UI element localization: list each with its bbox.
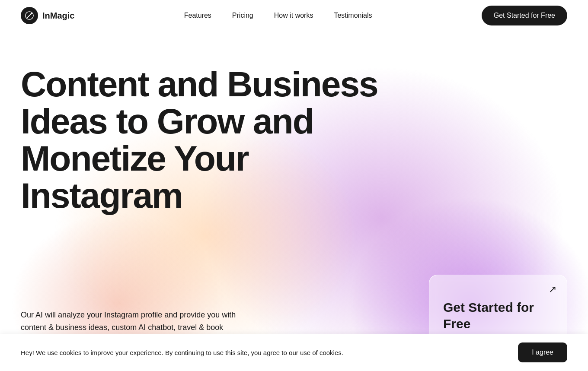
cookie-banner: Hey! We use cookies to improve your expe… bbox=[0, 334, 588, 371]
cookie-text: Hey! We use cookies to improve your expe… bbox=[21, 349, 518, 356]
nav-links: Features Pricing How it works Testimonia… bbox=[184, 12, 372, 19]
nav-link-features[interactable]: Features bbox=[184, 12, 211, 19]
cta-card-text: Get Started for Free bbox=[443, 299, 551, 332]
nav-link-how-it-works[interactable]: How it works bbox=[274, 12, 313, 19]
hero-section: Content and Business Ideas to Grow and M… bbox=[0, 31, 588, 371]
svg-line-1 bbox=[27, 13, 31, 17]
svg-point-2 bbox=[31, 13, 32, 15]
nav-item-testimonials[interactable]: Testimonials bbox=[334, 12, 372, 19]
nav-cta-button[interactable]: Get Started for Free bbox=[482, 6, 567, 25]
logo-text: InMagic bbox=[42, 11, 74, 21]
nav-link-testimonials[interactable]: Testimonials bbox=[334, 12, 372, 19]
hero-content: Content and Business Ideas to Grow and M… bbox=[21, 66, 567, 346]
nav-link-pricing[interactable]: Pricing bbox=[232, 12, 253, 19]
hero-headline-line3: Monetize Your Instagram bbox=[21, 139, 249, 215]
nav-item-pricing[interactable]: Pricing bbox=[232, 12, 253, 19]
hero-headline-line2: Ideas to Grow and bbox=[21, 101, 313, 141]
nav-item-features[interactable]: Features bbox=[184, 12, 211, 19]
cta-card-arrow-icon: ↗ bbox=[549, 284, 556, 295]
hero-headline: Content and Business Ideas to Grow and M… bbox=[21, 66, 397, 214]
navbar: InMagic Features Pricing How it works Te… bbox=[0, 0, 588, 31]
nav-item-how-it-works[interactable]: How it works bbox=[274, 12, 313, 19]
cookie-agree-button[interactable]: I agree bbox=[518, 342, 567, 362]
hero-headline-line1: Content and Business bbox=[21, 64, 378, 104]
logo-icon bbox=[21, 7, 38, 24]
logo-link[interactable]: InMagic bbox=[21, 7, 74, 24]
